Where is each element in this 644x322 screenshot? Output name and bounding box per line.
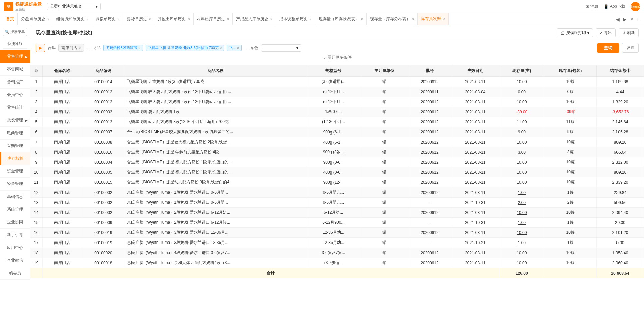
table-row: 10 南岸门店 00100005 合生元（BIOSTIME）派星 婴儿配方奶粉 … [30,167,644,177]
row-index: 14 [30,208,42,218]
sidebar-item-basics[interactable]: 基础信息 [0,191,30,203]
sidebar-item-corp[interactable]: 企业协同 [0,216,30,229]
sidebar-item-label: 批发管理 [7,118,23,122]
row-qty-main[interactable]: 10.00 [499,228,544,238]
tab-10[interactable]: 现存量（库存分布表） × [367,13,418,25]
tab-close-all-btn[interactable]: ✕ [629,16,635,23]
tab-5[interactable]: 其他出库单历史 × [154,13,194,25]
tab-9[interactable]: 现存量（库存状况表） × [315,13,367,25]
sidebar-item-inventory[interactable]: 库存核算 [0,152,30,165]
row-warehouse: 南岸门店 [42,238,82,248]
search-menu-btn[interactable]: 🔍 搜索菜单 [3,28,27,36]
tab-11[interactable]: 库存批次账 × [418,13,449,25]
row-name: 惠氏启脑（Wyeth illuma）亲和人体儿童配方奶粉4段（3... [125,258,306,268]
refresh-btn[interactable]: ↺ 刷新 [619,28,639,37]
row-qty-main[interactable]: 10.00 [499,77,544,87]
sidebar-item-app-center[interactable]: 应用中心 [0,241,30,254]
product-tag-2-remove[interactable]: × [220,46,222,50]
sidebar-item-operations[interactable]: 经营管理 [0,178,30,191]
app-download-btn[interactable]: 📱 App下载 [604,4,625,9]
sidebar-item-wholesale[interactable]: 批发管理 ▶ [0,114,30,127]
row-unit: 罐 [361,208,408,218]
sidebar-item-guide[interactable]: 新手引导 [0,229,30,241]
query-btn[interactable]: 查询 [597,43,619,53]
template-print-btn[interactable]: 🖨 按模板打印 ▾ [557,28,593,37]
row-qty-main[interactable]: 9.00 [499,127,544,137]
row-qty-main[interactable]: 1.00 [499,187,544,198]
sidebar-item-corp-wechat[interactable]: 企业微信 [0,254,30,267]
filter-expand-btn[interactable]: ▶ [36,44,45,52]
tab-close-icon[interactable]: × [87,17,89,21]
row-qty-main[interactable]: -39.00 [499,107,544,117]
sidebar-item-retail-mgmt[interactable]: 零售管理 ▶ [0,50,30,63]
quick-nav-btn[interactable]: 快捷导航 [3,39,27,49]
tab-1[interactable]: 分盘点单历史 × [18,13,53,25]
tab-home[interactable]: 首页 [3,13,18,25]
expand-more-conditions[interactable]: ⌄ 展开更多条件 [36,53,639,62]
tab-maximize-btn[interactable]: □ [636,16,641,23]
product-tag-3-remove[interactable]: × [237,46,239,50]
sidebar-item-system[interactable]: 系统管理 [0,203,30,216]
tab-close-icon[interactable]: × [188,17,190,21]
row-qty-main[interactable]: 10.00 [499,97,544,107]
tab-close-icon[interactable]: × [443,17,445,21]
sidebar-item-purchase[interactable]: 采购管理 [0,140,30,152]
row-unit: 罐 [361,248,408,258]
export-btn[interactable]: ↗ 导出 [596,28,616,37]
sidebar-item-ecommerce[interactable]: 电商管理 [0,127,30,140]
tab-3[interactable]: 调拨单历史 × [92,13,123,25]
row-qty-main[interactable]: 3.00 [499,147,544,157]
row-qty-main[interactable]: 2.00 [499,198,544,208]
avatar[interactable]: demo2 [631,2,640,11]
tab-close-icon[interactable]: × [118,17,120,21]
tab-close-icon[interactable]: × [47,17,49,21]
sidebar-item-member[interactable]: 会员中心 [0,89,30,101]
tab-8[interactable]: 成本调整单历史 × [276,13,315,25]
sidebar-item-retail-mall[interactable]: 零售商城 [0,63,30,76]
row-qty-main[interactable]: 0.00 [499,87,544,97]
row-qty-main[interactable]: 10.00 [499,177,544,187]
row-qty-main[interactable]: 10.00 [499,248,544,258]
tab-2[interactable]: 组装拆卸单历史 × [53,13,92,25]
tab-4[interactable]: 要货单历史 × [123,13,155,25]
tab-close-icon[interactable]: × [412,17,414,21]
row-qty-pkg: 2罐 [544,198,596,208]
row-qty-main[interactable]: 1.00 [499,218,544,228]
tab-prev-btn[interactable]: ◀ [614,16,621,23]
sidebar-item-marketing[interactable]: 营销推广 [0,76,30,89]
messages-btn[interactable]: ✉ 消息 [586,4,598,9]
product-more-btn[interactable]: ... [244,46,248,50]
sidebar-item-vip[interactable]: 畅会员 [0,267,30,280]
sidebar-item-label: 企业微信 [7,258,23,263]
tab-6[interactable]: 材料出库单历史 × [194,13,233,25]
tab-7[interactable]: 产成品入库单历史 × [233,13,276,25]
tab-close-icon[interactable]: × [310,17,312,21]
tab-close-icon[interactable]: × [270,17,272,21]
sidebar-item-retail-stats[interactable]: 零售统计 [0,101,30,114]
color-filter-dropdown[interactable]: ▾ [261,44,301,52]
row-qty-main[interactable]: 11.00 [499,117,544,127]
settings-icon[interactable]: ⚙ [34,69,38,73]
row-spec: 400g (0-6... [306,167,361,177]
row-amount: 2,060.40 [596,258,644,268]
tab-close-icon[interactable]: × [227,17,229,21]
row-batch: 20200612 [408,117,451,127]
tab-next-btn[interactable]: ▶ [622,16,628,23]
product-tag-1-remove[interactable]: × [139,46,141,50]
tab-close-icon[interactable]: × [149,17,151,21]
row-qty-main[interactable]: 10.00 [499,208,544,218]
row-qty-main[interactable]: 1.00 [499,238,544,248]
row-qty-main[interactable]: 10.00 [499,137,544,147]
row-qty-main[interactable]: 10.00 [499,167,544,177]
sidebar-item-finance[interactable]: 资金管理 [0,165,30,178]
warehouse-remove-btn[interactable]: × [79,46,81,50]
account-selector[interactable]: 母婴行业演示账套 ▾ [47,3,101,10]
table-row: 14 南岸门店 00100002 惠氏启脑（Wyeth illuma）2段奶粉 … [30,208,644,218]
tab-close-icon[interactable]: × [361,17,363,21]
warehouse-more-btn[interactable]: ... [87,46,90,50]
row-qty-main[interactable]: 10.00 [499,157,544,167]
row-qty-pkg: 1罐 [544,187,596,198]
row-qty-pkg: 3罐 [544,147,596,157]
settings-btn[interactable]: 设置 [622,43,639,53]
row-qty-main[interactable]: 10.00 [499,258,544,268]
